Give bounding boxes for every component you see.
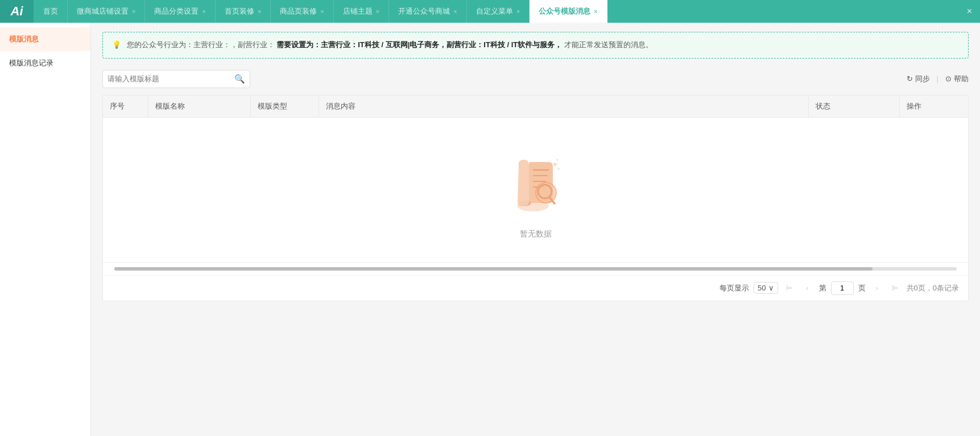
search-box[interactable]: 🔍 bbox=[102, 70, 250, 88]
toolbar-divider: | bbox=[937, 74, 938, 83]
scrollbar-track[interactable] bbox=[114, 267, 957, 271]
content-area: 💡 您的公众号行业为：主营行业：，副营行业： 需要设置为：主营行业：IT科技 /… bbox=[91, 23, 980, 436]
info-banner: 💡 您的公众号行业为：主营行业：，副营行业： 需要设置为：主营行业：IT科技 /… bbox=[102, 32, 969, 59]
close-template-icon[interactable]: × bbox=[594, 8, 597, 15]
prev-page-button[interactable]: ‹ bbox=[801, 281, 814, 295]
toolbar-right: ↻ 同步 | ⊙ 帮助 bbox=[907, 74, 969, 84]
bulb-icon: 💡 bbox=[112, 40, 121, 49]
close-menu-icon[interactable]: × bbox=[516, 8, 520, 15]
nav-tab-mall[interactable]: 开通公众号商城 × bbox=[389, 0, 466, 23]
search-icon[interactable]: 🔍 bbox=[234, 74, 245, 84]
last-page-icon: ⊫ bbox=[892, 284, 898, 292]
table-container: 序号 模版名称 模版类型 消息内容 状态 操作 bbox=[102, 95, 969, 301]
svg-point-8 bbox=[553, 163, 557, 166]
svg-point-10 bbox=[556, 159, 559, 161]
last-page-button[interactable]: ⊫ bbox=[888, 281, 902, 295]
scrollbar-row[interactable] bbox=[103, 262, 968, 275]
col-content: 消息内容 bbox=[319, 95, 809, 117]
sync-button[interactable]: ↻ 同步 bbox=[907, 74, 930, 84]
col-action: 操作 bbox=[900, 95, 968, 117]
page-number-input[interactable] bbox=[831, 281, 854, 295]
close-mall-icon[interactable]: × bbox=[453, 8, 457, 15]
prev-page-icon: ‹ bbox=[806, 284, 808, 292]
nav-tab-template[interactable]: 公众号模版消息 × bbox=[530, 0, 607, 23]
top-nav: Ai 首页 微商城店铺设置 × 商品分类设置 × 首页装修 × 商品页装修 × … bbox=[0, 0, 980, 23]
help-button[interactable]: ⊙ 帮助 bbox=[945, 74, 969, 84]
page-label: 第 bbox=[819, 283, 826, 293]
table-header: 序号 模版名称 模版类型 消息内容 状态 操作 bbox=[103, 95, 968, 118]
svg-point-9 bbox=[557, 168, 560, 170]
first-page-icon: ⊨ bbox=[786, 284, 792, 292]
col-status: 状态 bbox=[809, 95, 900, 117]
first-page-button[interactable]: ⊨ bbox=[783, 281, 796, 295]
close-category-icon[interactable]: × bbox=[202, 8, 205, 15]
close-all-button[interactable]: × bbox=[959, 6, 980, 16]
main-layout: 模版消息 模版消息记录 💡 您的公众号行业为：主营行业：，副营行业： 需要设置为… bbox=[0, 23, 980, 436]
nav-tab-menu[interactable]: 自定义菜单 × bbox=[467, 0, 530, 23]
next-page-icon: › bbox=[875, 284, 878, 292]
nav-tab-product[interactable]: 商品页装修 × bbox=[271, 0, 333, 23]
page-unit: 页 bbox=[858, 283, 866, 293]
sync-icon: ↻ bbox=[907, 74, 913, 83]
page-size-label: 每页显示 bbox=[720, 283, 749, 293]
search-input[interactable] bbox=[107, 74, 234, 83]
nav-tab-home[interactable]: 首页 bbox=[34, 0, 68, 23]
empty-state: 暂无数据 bbox=[103, 118, 968, 262]
help-icon: ⊙ bbox=[945, 74, 952, 83]
sidebar-item-template-record[interactable]: 模版消息记录 bbox=[0, 51, 90, 75]
page-size-select[interactable]: 50 ∨ bbox=[754, 282, 778, 294]
nav-tab-category[interactable]: 商品分类设置 × bbox=[145, 0, 215, 23]
close-product-icon[interactable]: × bbox=[320, 8, 324, 15]
search-row: 🔍 ↻ 同步 | ⊙ 帮助 bbox=[102, 70, 969, 88]
close-theme-icon[interactable]: × bbox=[376, 8, 379, 15]
nav-tab-homepage[interactable]: 首页装修 × bbox=[216, 0, 271, 23]
empty-text: 暂无数据 bbox=[520, 229, 552, 239]
sidebar: 模版消息 模版消息记录 bbox=[0, 23, 91, 436]
nav-tab-theme[interactable]: 店铺主题 × bbox=[334, 0, 389, 23]
app-brand: Ai bbox=[0, 0, 34, 23]
page-total: 共0页，0条记录 bbox=[907, 283, 959, 293]
scrollbar-thumb[interactable] bbox=[114, 267, 873, 271]
nav-tab-wshop[interactable]: 微商城店铺设置 × bbox=[68, 0, 145, 23]
chevron-down-icon: ∨ bbox=[768, 284, 774, 292]
col-index: 序号 bbox=[103, 95, 148, 117]
sidebar-item-template-msg[interactable]: 模版消息 bbox=[0, 27, 90, 51]
next-page-button[interactable]: › bbox=[870, 281, 884, 295]
close-homepage-icon[interactable]: × bbox=[258, 8, 261, 15]
col-name: 模版名称 bbox=[148, 95, 251, 117]
col-type: 模版类型 bbox=[251, 95, 319, 117]
close-wshop-icon[interactable]: × bbox=[132, 8, 135, 15]
empty-illustration bbox=[502, 152, 570, 220]
pagination: 每页显示 50 ∨ ⊨ ‹ 第 页 › ⊫ bbox=[103, 275, 968, 301]
